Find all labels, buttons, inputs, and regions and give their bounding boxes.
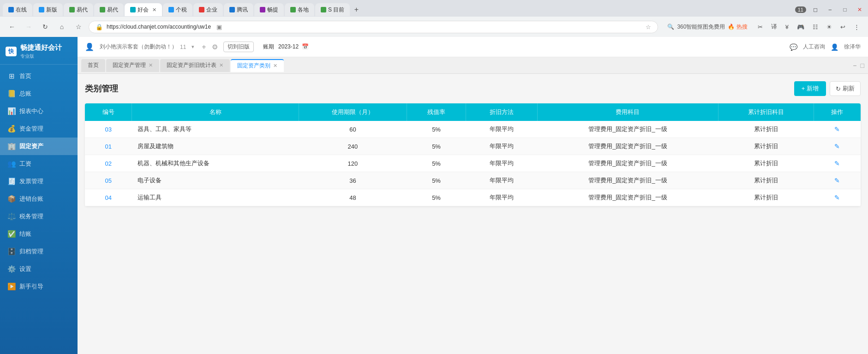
version-button[interactable]: 切到旧版 bbox=[223, 42, 254, 52]
bookmark-star-icon[interactable]: ☆ bbox=[646, 24, 651, 30]
edit-icon[interactable]: ✎ bbox=[834, 160, 840, 167]
new-tab-button[interactable]: + bbox=[351, 4, 362, 15]
grid-icon[interactable]: ☷ bbox=[810, 23, 821, 31]
edit-button[interactable]: ✎ bbox=[814, 138, 861, 155]
tab-label: 新版 bbox=[46, 6, 57, 14]
browser-tab-t2[interactable]: 新版 bbox=[33, 3, 63, 16]
user-icon[interactable]: 👤 bbox=[831, 43, 838, 51]
sidebar-item-tax[interactable]: ⚖️ 税务管理 bbox=[0, 208, 78, 225]
edit-button[interactable]: ✎ bbox=[814, 155, 861, 172]
edit-button[interactable]: ✎ bbox=[814, 189, 861, 206]
table-cell: 管理费用_固定资产折旧_一级 bbox=[538, 155, 718, 172]
table-cell: 120 bbox=[299, 155, 407, 172]
table-cell: 年限平均 bbox=[466, 121, 538, 138]
sidebar-item-home[interactable]: ⊞ 首页 bbox=[0, 67, 78, 85]
plus-icon[interactable]: + bbox=[202, 43, 206, 51]
sidebar-item-fixed[interactable]: 🏢 固定资产 bbox=[0, 138, 78, 155]
sidebar-icon-reports: 📊 bbox=[7, 107, 16, 115]
browser-tab-t6[interactable]: 个税 bbox=[163, 3, 192, 16]
bookmark-button[interactable]: ☆ bbox=[72, 20, 85, 33]
currency-icon[interactable]: ¥ bbox=[783, 23, 791, 31]
sidebar-label-settle: 结账 bbox=[19, 230, 31, 238]
sidebar-item-invoice[interactable]: 🧾 发票管理 bbox=[0, 173, 78, 190]
game-icon[interactable]: 🎮 bbox=[794, 23, 807, 31]
restore-button[interactable]: ◻ bbox=[810, 4, 821, 15]
home-nav-button[interactable]: ⌂ bbox=[55, 20, 68, 33]
sidebar-item-funds[interactable]: 💰 资金管理 bbox=[0, 120, 78, 138]
help-label[interactable]: 人工咨询 bbox=[803, 43, 825, 51]
forward-button[interactable]: → bbox=[22, 20, 35, 33]
scissors-icon[interactable]: ✂ bbox=[755, 23, 766, 31]
site-info-icon[interactable]: ▣ bbox=[216, 24, 222, 30]
table-header-编号: 编号 bbox=[85, 103, 132, 121]
content-tab-home[interactable]: 首页 bbox=[81, 59, 105, 72]
sidebar-label-guide: 新手引导 bbox=[19, 282, 43, 291]
help-icon[interactable]: 💬 bbox=[790, 43, 797, 51]
maximize-button[interactable]: □ bbox=[839, 4, 850, 15]
browser-tab-t1[interactable]: 在线 bbox=[3, 3, 32, 16]
browser-tab-t5[interactable]: 好会 ✕ bbox=[125, 3, 162, 16]
dropdown-icon[interactable]: ▾ bbox=[192, 44, 194, 50]
tab-close-icon[interactable]: ✕ bbox=[152, 7, 156, 13]
tab-label: 各地 bbox=[298, 6, 309, 14]
url-bar[interactable]: 🔒 https://cloud.chanjet.com/accounting/u… bbox=[89, 21, 658, 33]
sidebar-item-reports[interactable]: 📊 报表中心 bbox=[0, 102, 78, 120]
sidebar-item-purchase[interactable]: 📦 进销台账 bbox=[0, 190, 78, 208]
search-label: 360智能抠图免费用 bbox=[677, 23, 725, 31]
content-tab-category[interactable]: 固定资产类别 ✕ bbox=[231, 59, 284, 72]
undo-icon[interactable]: ↩ bbox=[838, 23, 848, 31]
sidebar-label-home: 首页 bbox=[19, 72, 31, 80]
edit-button[interactable]: ✎ bbox=[814, 121, 861, 138]
edit-icon[interactable]: ✎ bbox=[834, 194, 840, 201]
user-label[interactable]: 徐泽华 bbox=[844, 43, 861, 51]
table-cell: 管理费用_固定资产折旧_一级 bbox=[538, 121, 718, 138]
sidebar-item-archive[interactable]: 🗄️ 归档管理 bbox=[0, 243, 78, 260]
sidebar-item-settings[interactable]: ⚙️ 设置 bbox=[0, 260, 78, 278]
table-cell: 年限平均 bbox=[466, 138, 538, 155]
browser-tab-t11[interactable]: S 目前 bbox=[315, 3, 350, 16]
sidebar-icon-home: ⊞ bbox=[7, 72, 16, 80]
edit-icon[interactable]: ✎ bbox=[834, 177, 840, 184]
minimize-button[interactable]: ‒ bbox=[825, 4, 836, 15]
sidebar-item-settle[interactable]: ✅ 结账 bbox=[0, 225, 78, 243]
tab-label: 好会 bbox=[138, 6, 149, 14]
minimize-panel-icon[interactable]: − bbox=[853, 62, 856, 69]
content-tab-fixed-mgmt[interactable]: 固定资产管理 ✕ bbox=[106, 59, 159, 72]
table-cell: 5% bbox=[407, 138, 466, 155]
expand-panel-icon[interactable]: □ bbox=[861, 62, 864, 69]
browser-tab-t10[interactable]: 各地 bbox=[285, 3, 314, 16]
table-cell: 年限平均 bbox=[466, 189, 538, 206]
browser-tab-t4[interactable]: 易代 bbox=[94, 3, 124, 16]
reload-button[interactable]: ↻ bbox=[39, 20, 52, 33]
logo-icon: 快 bbox=[6, 47, 17, 56]
content-tab-depreciation[interactable]: 固定资产折旧统计表 ✕ bbox=[160, 59, 230, 72]
sidebar-item-guide[interactable]: ▶️ 新手引导 bbox=[0, 278, 78, 295]
browser-tab-t8[interactable]: 腾讯 bbox=[224, 3, 253, 16]
content-tab-close[interactable]: ✕ bbox=[273, 63, 277, 69]
close-window-button[interactable]: ✕ bbox=[854, 4, 865, 15]
add-button[interactable]: + 新增 bbox=[794, 81, 826, 96]
sidebar-item-ledger[interactable]: 📒 总账 bbox=[0, 85, 78, 102]
content-tab-close[interactable]: ✕ bbox=[149, 62, 153, 68]
sidebar-icon-settings: ⚙️ bbox=[7, 265, 16, 273]
browser-tab-t9[interactable]: 畅提 bbox=[254, 3, 284, 16]
settings-icon[interactable]: ⚙ bbox=[212, 43, 218, 51]
refresh-button[interactable]: ↻ 刷新 bbox=[830, 81, 861, 96]
sun-icon[interactable]: ☀ bbox=[824, 23, 835, 31]
table-cell: 管理费用_固定资产折旧_一级 bbox=[538, 172, 718, 189]
menu-icon[interactable]: ⋮ bbox=[851, 23, 862, 31]
sidebar-item-payroll[interactable]: 👥 工资 bbox=[0, 155, 78, 173]
hot-label[interactable]: 🔥 热搜 bbox=[728, 23, 747, 31]
edit-icon[interactable]: ✎ bbox=[834, 126, 840, 133]
edit-icon[interactable]: ✎ bbox=[834, 143, 840, 150]
content-tab-close[interactable]: ✕ bbox=[219, 62, 223, 68]
back-button[interactable]: ← bbox=[6, 20, 18, 33]
sidebar-label-payroll: 工资 bbox=[19, 160, 31, 168]
calendar-icon[interactable]: 📅 bbox=[302, 43, 309, 50]
browser-chrome: 在线 新版 易代 易代 好会 ✕ 个税 企业 腾讯 畅提 各地 bbox=[0, 0, 868, 37]
tab-label: 畅提 bbox=[267, 6, 278, 14]
translate-icon[interactable]: 译 bbox=[768, 22, 780, 32]
browser-tab-t3[interactable]: 易代 bbox=[64, 3, 93, 16]
edit-button[interactable]: ✎ bbox=[814, 172, 861, 189]
browser-tab-t7[interactable]: 企业 bbox=[193, 3, 223, 16]
